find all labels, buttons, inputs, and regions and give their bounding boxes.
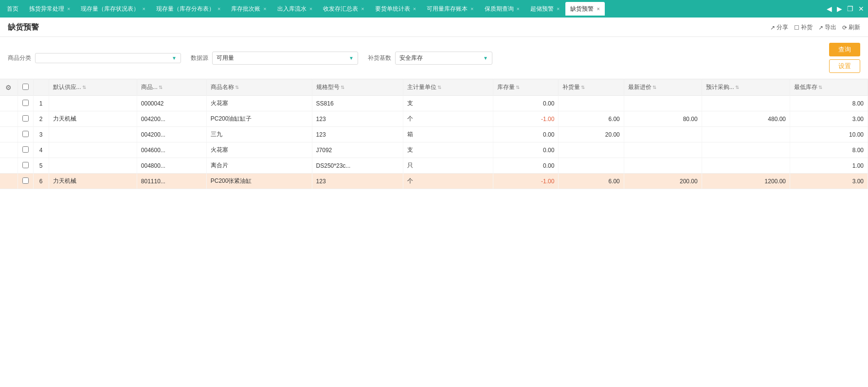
replenish-base-select[interactable]: 安全库存 ▼ bbox=[395, 52, 492, 65]
col-unit-header[interactable]: 主计量单位⇅ bbox=[403, 79, 493, 96]
row-default-supplier: 力天机械 bbox=[49, 111, 137, 127]
tab-close-batch-account[interactable]: × bbox=[263, 6, 266, 12]
row-latest-price bbox=[624, 127, 702, 142]
row-spec: SS816 bbox=[312, 96, 403, 111]
filter-actions: 查询 设置 bbox=[829, 43, 860, 73]
col-product-code-header[interactable]: 商品...⇅ bbox=[137, 79, 206, 96]
tab-close-abnormal[interactable]: × bbox=[67, 6, 70, 12]
table-row: 6力天机械801110...PC200张紧油缸123个-1.006.00200.… bbox=[0, 174, 868, 189]
col-gear[interactable]: ⚙ bbox=[0, 79, 18, 96]
filter-area: 商品分类 ▼ 数据源 可用量 ▼ 补货基数 安全库存 ▼ 查询 设置 bbox=[0, 37, 868, 79]
row-checkbox[interactable] bbox=[22, 162, 29, 168]
tab-available-ledger[interactable]: 可用量库存账本 × bbox=[422, 2, 478, 16]
row-num: 5 bbox=[33, 158, 49, 174]
table-row: 3004200...三九123箱0.0020.0010.00 bbox=[0, 127, 868, 142]
datasource-select[interactable]: 可用量 ▼ bbox=[212, 52, 358, 65]
col-estimated-purchase-header[interactable]: 预计采购...⇅ bbox=[702, 79, 790, 96]
tab-overstock[interactable]: 超储预警 × bbox=[525, 2, 564, 16]
category-select[interactable]: ▼ bbox=[35, 53, 181, 63]
tab-inout-flow[interactable]: 出入库流水 × bbox=[272, 2, 317, 16]
col-stock-header[interactable]: 库存量⇅ bbox=[493, 79, 559, 96]
row-checkbox[interactable] bbox=[22, 131, 29, 137]
column-settings-icon[interactable]: ⚙ bbox=[5, 84, 12, 91]
tab-close-all-button[interactable]: ✕ bbox=[856, 0, 866, 18]
tab-batch-account[interactable]: 库存批次账 × bbox=[226, 2, 271, 16]
category-filter-group: 商品分类 ▼ bbox=[8, 53, 181, 63]
row-product-name: 火花塞 bbox=[206, 96, 312, 111]
datasource-label: 数据源 bbox=[191, 54, 208, 62]
datasource-arrow-icon: ▼ bbox=[349, 55, 354, 61]
tab-inventory-dist[interactable]: 现存量（库存分布表） × bbox=[151, 2, 225, 16]
tab-close-available-ledger[interactable]: × bbox=[470, 6, 473, 12]
share-button[interactable]: ↗ 分享 bbox=[770, 23, 788, 32]
tab-close-expiry-query[interactable]: × bbox=[517, 6, 520, 12]
refresh-button[interactable]: ⟳ 刷新 bbox=[842, 23, 860, 32]
tab-close-overstock[interactable]: × bbox=[557, 6, 560, 12]
row-replenish-qty bbox=[559, 142, 624, 158]
tab-receive-summary[interactable]: 收发存汇总表 × bbox=[318, 2, 369, 16]
row-min-stock: 8.00 bbox=[790, 96, 868, 111]
col-spec-header[interactable]: 规格型号⇅ bbox=[312, 79, 403, 96]
row-spec: DS250*23c... bbox=[312, 158, 403, 174]
col-min-stock-header[interactable]: 最低库存⇅ bbox=[790, 79, 868, 96]
replenish-button[interactable]: ☐ 补货 bbox=[794, 23, 813, 32]
share-icon: ↗ bbox=[770, 24, 775, 31]
row-gear-cell bbox=[0, 111, 18, 127]
tab-close-shortage[interactable]: × bbox=[597, 6, 599, 12]
select-all-checkbox[interactable] bbox=[22, 84, 29, 90]
tab-close-inout-flow[interactable]: × bbox=[309, 6, 312, 12]
col-default-supplier-header[interactable]: 默认供应...⇅ bbox=[49, 79, 137, 96]
row-default-supplier bbox=[49, 142, 137, 158]
row-default-supplier bbox=[49, 127, 137, 142]
row-product-name: 三九 bbox=[206, 127, 312, 142]
tab-expiry-query[interactable]: 保质期查询 × bbox=[480, 2, 524, 16]
row-checkbox-cell bbox=[18, 174, 33, 189]
row-product-name: 火花塞 bbox=[206, 142, 312, 158]
tab-order-stats[interactable]: 要货单统计表 × bbox=[370, 2, 421, 16]
row-checkbox[interactable] bbox=[22, 146, 29, 153]
row-checkbox[interactable] bbox=[22, 115, 29, 122]
tab-close-inventory-dist[interactable]: × bbox=[217, 6, 220, 12]
row-checkbox-cell bbox=[18, 127, 33, 142]
row-latest-price bbox=[624, 142, 702, 158]
tab-restore-button[interactable]: ❐ bbox=[845, 0, 855, 18]
replenish-base-value: 安全库存 bbox=[399, 54, 423, 62]
row-product-name: PC200油缸缸子 bbox=[206, 111, 312, 127]
row-product-code: 004200... bbox=[137, 111, 206, 127]
row-estimated-purchase: 480.00 bbox=[702, 111, 790, 127]
query-button[interactable]: 查询 bbox=[829, 43, 860, 56]
tab-abnormal[interactable]: 拣货异常处理 × bbox=[24, 2, 75, 16]
col-num-header bbox=[33, 79, 49, 96]
row-checkbox[interactable] bbox=[22, 177, 29, 184]
tab-home[interactable]: 首页 bbox=[2, 2, 23, 16]
row-product-name: PC200张紧油缸 bbox=[206, 174, 312, 189]
table-container: ⚙ 默认供应...⇅ 商品...⇅ 商品名称⇅ bbox=[0, 79, 868, 189]
tab-inventory-status[interactable]: 现存量（库存状况表） × bbox=[76, 2, 150, 16]
tab-prev-button[interactable]: ◀ bbox=[825, 0, 834, 18]
row-estimated-purchase bbox=[702, 96, 790, 111]
sort-name-icon: ⇅ bbox=[235, 85, 239, 90]
row-checkbox[interactable] bbox=[22, 100, 29, 106]
col-replenish-qty-header[interactable]: 补货量⇅ bbox=[559, 79, 624, 96]
row-estimated-purchase bbox=[702, 158, 790, 174]
row-spec: 123 bbox=[312, 127, 403, 142]
settings-button[interactable]: 设置 bbox=[829, 59, 860, 73]
tab-shortage[interactable]: 缺货预警 × bbox=[565, 2, 604, 16]
tab-bar: 首页 拣货异常处理 × 现存量（库存状况表） × 现存量（库存分布表） × 库存… bbox=[0, 0, 868, 18]
row-gear-cell bbox=[0, 174, 18, 189]
tab-close-inventory-status[interactable]: × bbox=[142, 6, 145, 12]
row-replenish-qty: 6.00 bbox=[559, 111, 624, 127]
sort-unit-icon: ⇅ bbox=[437, 85, 441, 90]
row-latest-price bbox=[624, 96, 702, 111]
tab-close-order-stats[interactable]: × bbox=[413, 6, 416, 12]
export-button[interactable]: ↗ 导出 bbox=[818, 23, 836, 32]
row-unit: 支 bbox=[403, 142, 493, 158]
col-product-name-header[interactable]: 商品名称⇅ bbox=[206, 79, 312, 96]
tab-close-receive-summary[interactable]: × bbox=[361, 6, 364, 12]
tab-next-button[interactable]: ▶ bbox=[835, 0, 844, 18]
row-spec: 123 bbox=[312, 111, 403, 127]
row-checkbox-cell bbox=[18, 142, 33, 158]
table-row: 4004600...火花塞J7092支0.008.00 bbox=[0, 142, 868, 158]
row-product-name: 离合片 bbox=[206, 158, 312, 174]
col-latest-price-header[interactable]: 最新进价⇅ bbox=[624, 79, 702, 96]
